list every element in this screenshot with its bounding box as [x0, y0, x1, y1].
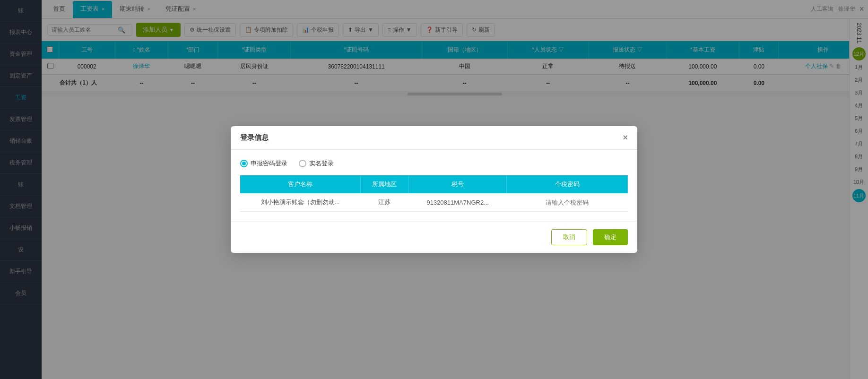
dialog-table: 客户名称 所属地区 税号 个税密码 刘小艳演示账套（勿删勿动... 江苏 913… — [240, 175, 628, 212]
dialog-row-tax-number: 91320811MA7NGR2... — [409, 193, 507, 212]
radio-password-label: 申报密码登录 — [251, 159, 287, 168]
radio-realname-label: 实名登录 — [309, 159, 334, 168]
dialog-close-button[interactable]: × — [623, 133, 628, 143]
radio-password-login[interactable]: 申报密码登录 — [240, 159, 287, 168]
dialog-col-region: 所属地区 — [360, 175, 409, 193]
cancel-button[interactable]: 取消 — [551, 229, 587, 245]
dialog-col-tax-number: 税号 — [409, 175, 507, 193]
dialog-table-row: 刘小艳演示账套（勿删勿动... 江苏 91320811MA7NGR2... — [240, 193, 628, 212]
dialog-col-client: 客户名称 — [240, 175, 360, 193]
radio-password-icon — [240, 160, 248, 167]
login-type-radio-group: 申报密码登录 实名登录 — [240, 159, 628, 168]
dialog-body: 申报密码登录 实名登录 客户名称 所属地区 税号 个税密码 — [231, 150, 637, 221]
dialog-header: 登录信息 × — [231, 126, 637, 150]
radio-realname-icon — [299, 160, 306, 167]
dialog-row-region: 江苏 — [360, 193, 409, 212]
radio-realname-login[interactable]: 实名登录 — [299, 159, 334, 168]
dialog-row-password-input[interactable] — [507, 193, 628, 212]
dialog-title: 登录信息 — [240, 133, 269, 142]
login-info-dialog: 登录信息 × 申报密码登录 实名登录 客户名称 — [231, 126, 637, 253]
dialog-footer: 取消 确定 — [231, 221, 637, 253]
confirm-button[interactable]: 确定 — [593, 229, 628, 245]
dialog-col-password: 个税密码 — [507, 175, 628, 193]
password-field[interactable] — [512, 199, 622, 206]
dialog-overlay: 登录信息 × 申报密码登录 实名登录 客户名称 — [0, 0, 868, 379]
dialog-row-client-name: 刘小艳演示账套（勿删勿动... — [240, 193, 360, 212]
